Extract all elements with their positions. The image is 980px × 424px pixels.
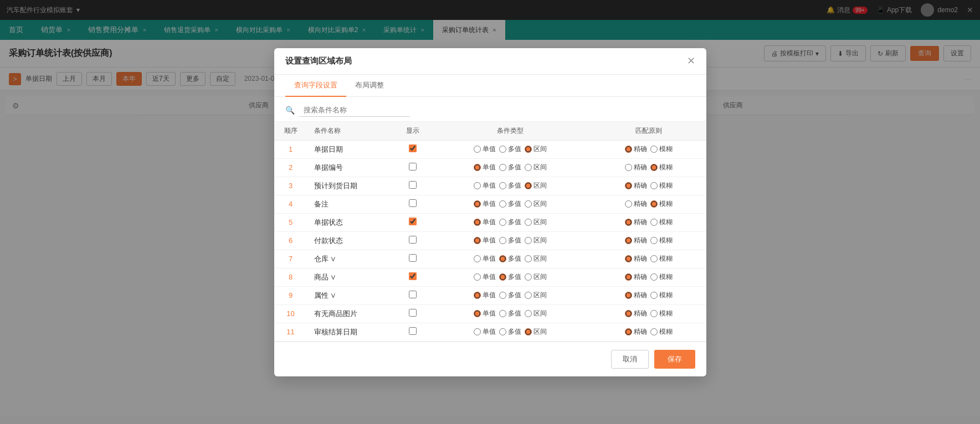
match-exact-label[interactable]: 精确 <box>625 144 647 154</box>
display-checkbox[interactable] <box>409 218 417 225</box>
type-range-radio[interactable] <box>525 164 532 171</box>
type-multi-radio[interactable] <box>499 273 506 281</box>
match-exact-radio[interactable] <box>625 273 632 281</box>
dialog-tab-fields[interactable]: 查询字段设置 <box>285 75 346 97</box>
type-range-radio[interactable] <box>525 146 532 153</box>
match-exact-radio[interactable] <box>625 255 632 262</box>
match-fuzzy-label[interactable]: 模糊 <box>650 309 673 318</box>
type-multi-label[interactable]: 多值 <box>499 163 521 172</box>
cell-display[interactable] <box>396 158 429 177</box>
type-single-radio[interactable] <box>474 219 481 226</box>
type-multi-label[interactable]: 多值 <box>499 218 521 227</box>
cell-display[interactable] <box>396 177 429 195</box>
match-exact-label[interactable]: 精确 <box>625 254 647 263</box>
match-fuzzy-radio[interactable] <box>650 255 658 262</box>
display-checkbox[interactable] <box>409 236 417 244</box>
type-multi-label[interactable]: 多值 <box>499 327 521 337</box>
cell-display[interactable] <box>396 323 429 341</box>
match-exact-radio[interactable] <box>625 182 632 189</box>
type-range-label[interactable]: 区间 <box>525 272 547 282</box>
save-button[interactable]: 保存 <box>654 350 695 369</box>
type-single-label[interactable]: 单值 <box>474 254 496 263</box>
match-exact-radio[interactable] <box>625 292 632 299</box>
type-range-label[interactable]: 区间 <box>525 163 547 172</box>
match-exact-radio[interactable] <box>625 310 632 317</box>
type-single-radio[interactable] <box>474 310 481 317</box>
cell-display[interactable] <box>396 268 429 286</box>
type-single-radio[interactable] <box>474 328 481 335</box>
type-multi-radio[interactable] <box>499 200 506 208</box>
match-exact-label[interactable]: 精确 <box>625 309 647 318</box>
type-range-radio[interactable] <box>525 200 532 208</box>
type-range-radio[interactable] <box>525 237 532 244</box>
type-range-radio[interactable] <box>525 219 532 226</box>
cell-display[interactable] <box>396 140 429 158</box>
type-range-label[interactable]: 区间 <box>525 199 547 209</box>
match-exact-label[interactable]: 精确 <box>625 163 647 172</box>
match-fuzzy-label[interactable]: 模糊 <box>650 144 673 154</box>
match-fuzzy-radio[interactable] <box>650 182 658 189</box>
display-checkbox[interactable] <box>409 144 417 152</box>
type-multi-label[interactable]: 多值 <box>499 199 521 209</box>
match-exact-label[interactable]: 精确 <box>625 272 647 282</box>
match-fuzzy-radio[interactable] <box>650 328 658 335</box>
match-fuzzy-label[interactable]: 模糊 <box>650 181 673 190</box>
type-single-label[interactable]: 单值 <box>474 144 496 154</box>
type-multi-label[interactable]: 多值 <box>499 254 521 263</box>
match-fuzzy-label[interactable]: 模糊 <box>650 254 673 263</box>
match-exact-label[interactable]: 精确 <box>625 291 647 300</box>
type-range-label[interactable]: 区间 <box>525 291 547 300</box>
type-single-label[interactable]: 单值 <box>474 181 496 190</box>
match-exact-label[interactable]: 精确 <box>625 327 647 337</box>
match-fuzzy-radio[interactable] <box>650 292 658 299</box>
type-range-radio[interactable] <box>525 182 532 189</box>
type-single-label[interactable]: 单值 <box>474 236 496 245</box>
match-exact-radio[interactable] <box>625 237 632 244</box>
match-exact-label[interactable]: 精确 <box>625 199 647 209</box>
display-checkbox[interactable] <box>409 199 417 207</box>
type-range-label[interactable]: 区间 <box>525 309 547 318</box>
type-multi-radio[interactable] <box>499 292 506 299</box>
type-single-radio[interactable] <box>474 237 481 244</box>
type-multi-radio[interactable] <box>499 237 506 244</box>
match-fuzzy-radio[interactable] <box>650 219 658 226</box>
display-checkbox[interactable] <box>409 254 417 262</box>
type-single-radio[interactable] <box>474 200 481 208</box>
match-exact-label[interactable]: 精确 <box>625 218 647 227</box>
match-fuzzy-label[interactable]: 模糊 <box>650 236 673 245</box>
type-multi-radio[interactable] <box>499 255 506 262</box>
type-single-radio[interactable] <box>474 164 481 171</box>
type-multi-label[interactable]: 多值 <box>499 309 521 318</box>
match-fuzzy-radio[interactable] <box>650 273 658 281</box>
type-multi-radio[interactable] <box>499 182 506 189</box>
search-input[interactable] <box>299 104 410 117</box>
match-exact-radio[interactable] <box>625 200 632 208</box>
cancel-button[interactable]: 取消 <box>611 350 649 369</box>
match-exact-radio[interactable] <box>625 164 632 171</box>
display-checkbox[interactable] <box>409 272 417 280</box>
type-range-label[interactable]: 区间 <box>525 181 547 190</box>
type-single-radio[interactable] <box>474 273 481 281</box>
match-fuzzy-radio[interactable] <box>650 146 658 153</box>
match-exact-label[interactable]: 精确 <box>625 236 647 245</box>
type-range-label[interactable]: 区间 <box>525 144 547 154</box>
cell-display[interactable] <box>396 250 429 268</box>
cell-display[interactable] <box>396 304 429 323</box>
match-fuzzy-label[interactable]: 模糊 <box>650 163 673 172</box>
match-exact-label[interactable]: 精确 <box>625 181 647 190</box>
type-single-radio[interactable] <box>474 292 481 299</box>
match-fuzzy-label[interactable]: 模糊 <box>650 218 673 227</box>
type-multi-radio[interactable] <box>499 310 506 317</box>
type-range-radio[interactable] <box>525 292 532 299</box>
type-range-radio[interactable] <box>525 255 532 262</box>
match-fuzzy-radio[interactable] <box>650 310 658 317</box>
cell-display[interactable] <box>396 231 429 250</box>
match-exact-radio[interactable] <box>625 219 632 226</box>
match-fuzzy-label[interactable]: 模糊 <box>650 272 673 282</box>
type-multi-radio[interactable] <box>499 328 506 335</box>
display-checkbox[interactable] <box>409 291 417 298</box>
type-single-label[interactable]: 单值 <box>474 291 496 300</box>
cell-display[interactable] <box>396 213 429 231</box>
display-checkbox[interactable] <box>409 327 417 335</box>
match-fuzzy-radio[interactable] <box>650 237 658 244</box>
